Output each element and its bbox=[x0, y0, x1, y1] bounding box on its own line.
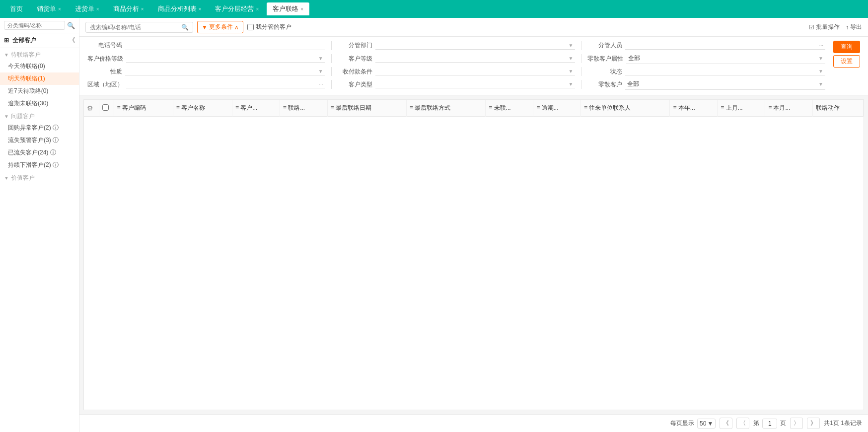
nature-arrow: ▼ bbox=[318, 69, 323, 74]
content-area: 🔍 ▼ 更多条件 ∧ 我分管的客户 ☑ 批量操作 ↑ 导出 bbox=[79, 18, 868, 432]
filter-price-level-select[interactable]: ▼ bbox=[126, 55, 325, 63]
toolbar-right: ☑ 批量操作 ↑ 导出 bbox=[809, 23, 862, 31]
filter-phone-input[interactable] bbox=[125, 41, 325, 50]
filter-region-label: 区域（地区） bbox=[87, 80, 123, 89]
filter-person: 分管人员 ··· bbox=[587, 41, 825, 50]
table-th-contact-count: ≡ 联络... bbox=[280, 100, 327, 117]
filter-person-select[interactable]: ··· bbox=[625, 42, 825, 50]
table-th-code: ≡ 客户编码 bbox=[114, 100, 173, 117]
sidebar-item-0-0[interactable]: 今天待联络(0) bbox=[0, 60, 79, 72]
filter-row-1: 电话号码 分管部门 ▼ 分管人员 bbox=[87, 41, 825, 50]
nav-item-4[interactable]: 商品分析列表× bbox=[152, 2, 208, 15]
sidebar-search-icon[interactable]: 🔍 bbox=[67, 22, 75, 29]
sidebar-item-1-3[interactable]: 持续下滑客户(2) ⓘ bbox=[0, 159, 79, 171]
payment-arrow: ▼ bbox=[568, 69, 573, 74]
my-customers-check[interactable] bbox=[247, 24, 254, 30]
customers-table: ⚙ ≡ 客户编码 ≡ 客户名称 ≡ 客户... ≡ 联络... ≡ 最后联络日期… bbox=[84, 100, 864, 117]
filter-retail-customer-label: 零散客户 bbox=[587, 80, 622, 89]
current-page-info: 第 页 bbox=[753, 419, 786, 429]
filter-customer-level-select[interactable]: ▼ bbox=[375, 55, 576, 63]
sidebar-item-1-1[interactable]: 流失预警客户(3) ⓘ bbox=[0, 134, 79, 146]
table-th-uncontacted: ≡ 未联... bbox=[486, 100, 533, 117]
table-th-last-method: ≡ 最后联络方式 bbox=[407, 100, 486, 117]
filter-region-select[interactable]: ··· bbox=[126, 80, 325, 88]
search-icon[interactable]: 🔍 bbox=[181, 24, 189, 31]
filter-customer-level: 客户等级 ▼ bbox=[338, 55, 576, 63]
page-input[interactable] bbox=[762, 419, 777, 429]
filter-retail-attr: 零散客户属性 全部 ▼ bbox=[587, 53, 825, 64]
table-th-last-date: ≡ 最后联络日期 bbox=[327, 100, 406, 117]
sidebar-item-0-1[interactable]: 明天待联络(1) bbox=[0, 72, 79, 85]
page-size-select[interactable]: 50 ▼ bbox=[697, 419, 716, 429]
page-info: 每页显示 50 ▼ bbox=[670, 419, 716, 429]
top-toolbar: 🔍 ▼ 更多条件 ∧ 我分管的客户 ☑ 批量操作 ↑ 导出 bbox=[79, 18, 868, 37]
search-input[interactable] bbox=[90, 24, 179, 31]
filter-customer-type-select[interactable]: ▼ bbox=[375, 80, 576, 88]
last-page-btn[interactable]: 》 bbox=[807, 418, 820, 429]
nav-close-3[interactable]: × bbox=[141, 6, 144, 12]
sidebar-search-input[interactable] bbox=[4, 21, 65, 30]
filter-retail-attr-select[interactable]: 全部 ▼ bbox=[626, 53, 825, 64]
nav-close-6[interactable]: × bbox=[300, 6, 303, 12]
filter-retail-attr-label: 零散客户属性 bbox=[587, 55, 623, 63]
table-th-name: ≡ 客户名称 bbox=[173, 100, 232, 117]
next-page-btn[interactable]: 〉 bbox=[790, 418, 803, 429]
filter-dept: 分管部门 ▼ bbox=[338, 41, 576, 50]
sidebar-item-0-2[interactable]: 近7天待联络(0) bbox=[0, 85, 79, 97]
sidebar-collapse-icon[interactable]: 《 bbox=[69, 36, 75, 45]
nav-item-0[interactable]: 首页 bbox=[4, 2, 29, 15]
filter-more-btn[interactable]: ▼ 更多条件 ∧ bbox=[197, 21, 243, 33]
search-box: 🔍 bbox=[85, 22, 193, 33]
sidebar-all-customers[interactable]: ⊞ 全部客户 《 bbox=[0, 33, 79, 48]
filter-payment-select[interactable]: ▼ bbox=[375, 68, 576, 75]
filter-row-4: 区域（地区） ··· 客户类型 ▼ bbox=[87, 79, 825, 90]
filter-dept-label: 分管部门 bbox=[338, 41, 372, 50]
first-page-btn[interactable]: 《 bbox=[720, 418, 732, 429]
table-th-checkbox bbox=[99, 100, 114, 117]
export-btn[interactable]: ↑ 导出 bbox=[846, 23, 862, 31]
filter-payment: 收付款条件 ▼ bbox=[338, 68, 576, 76]
person-select-dots: ··· bbox=[819, 43, 823, 48]
sidebar-item-1-0[interactable]: 回购异常客户(2) ⓘ bbox=[0, 122, 79, 134]
filter-action-btns: 查询 设置 bbox=[833, 41, 860, 93]
filter-status-label: 状态 bbox=[587, 68, 622, 76]
batch-op-btn[interactable]: ☑ 批量操作 bbox=[809, 23, 840, 31]
filter-row-2: 客户价格等级 ▼ 客户等级 ▼ bbox=[87, 53, 825, 64]
table-select-all[interactable] bbox=[102, 104, 109, 111]
nav-close-4[interactable]: × bbox=[199, 6, 202, 12]
nav-close-1[interactable]: × bbox=[58, 6, 61, 12]
settings-btn[interactable]: 设置 bbox=[833, 55, 860, 68]
filter-status-select[interactable]: ▼ bbox=[625, 68, 825, 75]
table-th-gear: ⚙ bbox=[84, 100, 99, 117]
dept-select-arrow: ▼ bbox=[568, 43, 573, 48]
nav-item-3[interactable]: 商品分析× bbox=[107, 2, 150, 15]
filter-row-3: 性质 ▼ 收付款条件 ▼ bbox=[87, 67, 825, 76]
nav-item-2[interactable]: 进货单× bbox=[69, 2, 105, 15]
per-page-label: 每页显示 bbox=[670, 419, 694, 428]
nav-close-5[interactable]: × bbox=[256, 6, 259, 12]
retail-attr-arrow: ▼ bbox=[818, 56, 823, 61]
prev-page-btn[interactable]: 〈 bbox=[736, 418, 749, 429]
table-th-this-month: ≡ 本月... bbox=[765, 100, 813, 117]
nav-item-1[interactable]: 销货单× bbox=[31, 2, 67, 15]
filter-nature-select[interactable]: ▼ bbox=[125, 68, 325, 75]
nav-item-5[interactable]: 客户分层经营× bbox=[209, 2, 265, 15]
sidebar-section-title-1[interactable]: ▼问题客户 bbox=[0, 110, 79, 122]
filter-retail-customer-select[interactable]: 全部 ▼ bbox=[625, 79, 825, 90]
section-arrow-1: ▼ bbox=[4, 114, 9, 119]
nav-item-6[interactable]: 客户联络× bbox=[267, 2, 309, 15]
sidebar-section-title-0[interactable]: ▼待联络客户 bbox=[0, 48, 79, 60]
bottom-bar: 每页显示 50 ▼ 《 〈 第 页 〉 》 共1页 1条记录 bbox=[79, 414, 868, 432]
filter-icon: ▼ bbox=[202, 24, 208, 31]
sidebar-item-0-3[interactable]: 逾期未联络(30) bbox=[0, 97, 79, 110]
my-customers-checkbox[interactable]: 我分管的客户 bbox=[247, 23, 291, 31]
sidebar-item-1-2[interactable]: 已流失客户(24) ⓘ bbox=[0, 146, 79, 159]
table-gear-icon[interactable]: ⚙ bbox=[87, 104, 93, 112]
nav-close-2[interactable]: × bbox=[96, 6, 99, 12]
table-th-type: ≡ 客户... bbox=[232, 100, 280, 117]
filter-nature-label: 性质 bbox=[87, 68, 122, 76]
query-btn[interactable]: 查询 bbox=[833, 41, 860, 53]
filter-dept-select[interactable]: ▼ bbox=[375, 42, 576, 50]
customer-type-arrow: ▼ bbox=[568, 81, 573, 87]
sidebar-section-title-2[interactable]: ▼价值客户 bbox=[0, 171, 79, 183]
